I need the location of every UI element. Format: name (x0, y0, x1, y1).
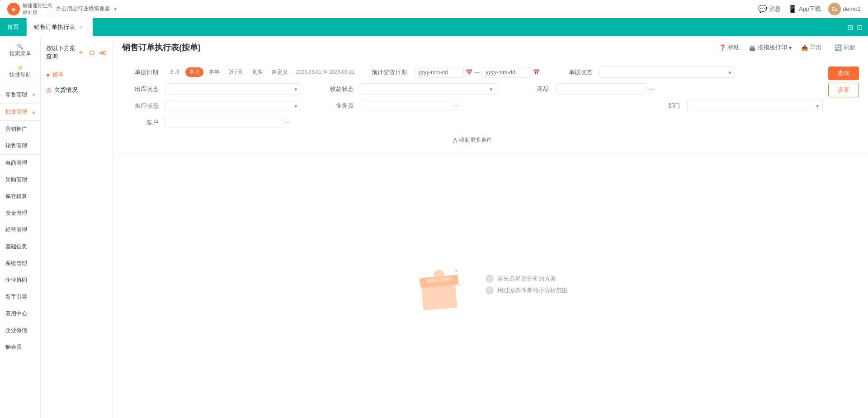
payment-status-select[interactable] (361, 83, 496, 95)
header-right: 💬 消息 📱 App下载 Ea demo2 (758, 3, 861, 15)
scheme-icon-shortage: ◎ (46, 86, 52, 94)
date-range-text: 2023-03-01 至 2023-03-31 (296, 69, 355, 76)
sidebar-item-newuser[interactable]: 新手引导 (0, 289, 40, 305)
sidebar-item-enterprise[interactable]: 企业协同 (0, 272, 40, 289)
sidebar-item-sales[interactable]: 销售管理 (0, 138, 40, 154)
collapse-icon: ⋀ (453, 137, 458, 143)
help-icon: ❓ (719, 44, 726, 51)
delivery-status-wrapper (165, 83, 301, 95)
print-icon: 🖨️ (749, 44, 756, 51)
sidebar-item-system[interactable]: 系统管理 (0, 255, 40, 272)
hint-1: 1 请先选择要分析的方案 (486, 275, 568, 283)
sidebar-item-appcenter[interactable]: 应用中心 (0, 305, 40, 322)
department-label: 部门 (644, 102, 680, 110)
svg-text:✦: ✦ (458, 283, 462, 287)
goods-input[interactable] (556, 83, 646, 95)
empty-state: ✦ ✦ ✦ 1 请先选择要分析的 (413, 259, 568, 314)
collapse-row: ⋀ 收起更多条件 (122, 133, 823, 147)
right-content: 销售订单执行表(按单) ❓ 帮助 🖨️ 按模板打印 ▾ 📤 (113, 36, 868, 418)
scheme-item-order[interactable]: ● 按单 (41, 67, 113, 82)
customer-input[interactable] (165, 117, 283, 128)
exec-status-label: 执行状态 (122, 102, 158, 110)
help-btn[interactable]: ❓ 帮助 (715, 42, 743, 53)
date-tab-custom[interactable]: 自定义 (268, 67, 292, 77)
status-select[interactable] (599, 66, 735, 78)
expected-date-to[interactable] (481, 67, 531, 78)
add-scheme-btn[interactable]: + (76, 48, 85, 57)
minimize-btn[interactable]: ⊟ (847, 23, 853, 32)
page-header-actions: ❓ 帮助 🖨️ 按模板打印 ▾ 📤 导出 � (715, 42, 859, 53)
query-btn[interactable]: 查询 (828, 66, 859, 80)
exec-status-select[interactable] (165, 100, 301, 111)
page-title: 销售订单执行表(按单) (122, 42, 201, 53)
goods-more-btn[interactable]: ··· (648, 85, 654, 93)
refresh-scheme-btn[interactable]: ⊙ (87, 48, 96, 57)
salesperson-more-btn[interactable]: ··· (453, 102, 459, 110)
sidebar-item-marketing[interactable]: 营销推广 (0, 121, 40, 138)
sidebar-section-marketing: 营销推广 销售管理 (0, 121, 40, 155)
refresh-btn[interactable]: 🔄 刷新 (831, 42, 859, 53)
collapse-more-btn[interactable]: ⋀ 收起更多条件 (453, 136, 492, 144)
user-area[interactable]: Ea demo2 (828, 3, 861, 15)
page-layout: 按以下方案查询 + ⊙ ≪ ● 按单 ◎ 欠货情况 (41, 36, 868, 418)
filter-row-4: 客户 ··· (122, 117, 823, 128)
sidebar-item-member[interactable]: 畅会员 (0, 339, 40, 356)
scheme-icon-order: ● (46, 71, 50, 78)
filter-main: 单据日期 上月 本月 本年 近7天 更多 自定义 (122, 66, 859, 147)
export-btn[interactable]: 📤 导出 (797, 42, 826, 53)
filter-row-3: 执行状态 业务员 ··· (122, 100, 823, 111)
sidebar-item-purchase[interactable]: 采购管理 (0, 171, 40, 188)
settings-btn[interactable]: 设置 (828, 83, 859, 97)
filter-area: 单据日期 上月 本月 本年 近7天 更多 自定义 (113, 59, 868, 154)
date-tab-last-month[interactable]: 上月 (165, 67, 184, 77)
maximize-btn[interactable]: ⊡ (857, 23, 863, 32)
tab-actions: ⊟ ⊡ (842, 18, 868, 36)
sidebar-section-retail: 零售管理 ▾ (0, 86, 40, 104)
date-tab-more[interactable]: 更多 (248, 67, 266, 77)
date-tab-this-month[interactable]: 本月 (185, 67, 203, 77)
collapse-panel-btn[interactable]: ≪ (98, 48, 107, 57)
sidebar-item-basic-info[interactable]: 基础信息 (0, 238, 40, 255)
delivery-status-select[interactable] (165, 83, 301, 95)
sidebar-item-wholesale[interactable]: 批发管理 ▴ (0, 104, 40, 120)
sidebar-item-finance[interactable]: 资金管理 (0, 205, 40, 222)
scheme-item-shortage[interactable]: ◎ 欠货情况 (41, 82, 113, 98)
date-tab-7days[interactable]: 近7天 (225, 67, 246, 77)
app-dropdown-btn[interactable]: ▾ (114, 6, 117, 12)
salesperson-input[interactable] (361, 100, 451, 111)
sidebar-item-retail[interactable]: 零售管理 ▾ (0, 86, 40, 103)
status-label: 单据状态 (556, 68, 592, 76)
date-tab-this-year[interactable]: 本年 (205, 67, 223, 77)
tab-bar: 首页 销售订单执行表 × ⊟ ⊡ (0, 18, 868, 36)
sidebar-search[interactable]: 🔍 搜索菜单 (0, 40, 40, 61)
sidebar-quick-nav[interactable]: ⚡ 快捷导航 (0, 61, 40, 82)
customer-wrapper: ··· (165, 117, 301, 128)
sidebar-item-inventory[interactable]: 库存核算 (0, 188, 40, 205)
customer-label: 客户 (122, 119, 158, 127)
sidebar: 🔍 搜索菜单 ⚡ 快捷导航 零售管理 ▾ 批发管理 ▴ 营销推广 (0, 36, 41, 418)
message-action[interactable]: 💬 消息 (758, 5, 781, 13)
logo-text: 畅捷通好生意 标准版 (23, 2, 52, 15)
customer-more-btn[interactable]: ··· (285, 119, 291, 127)
tab-close-btn[interactable]: × (78, 24, 85, 31)
sidebar-item-wechat[interactable]: 企业微信 (0, 322, 40, 339)
department-select[interactable] (687, 100, 823, 111)
sidebar-top: 🔍 搜索菜单 ⚡ 快捷导航 (0, 36, 40, 86)
sidebar-item-ecommerce[interactable]: 电商管理 (0, 155, 40, 171)
payment-status-label: 收款状态 (317, 85, 354, 93)
calendar-to-icon[interactable]: 📅 (533, 69, 540, 76)
sidebar-item-operations[interactable]: 经营管理 (0, 222, 40, 238)
tab-spacer (93, 18, 842, 36)
date-tabs: 上月 本月 本年 近7天 更多 自定义 (165, 67, 292, 77)
left-panel-title: 按以下方案查询 (46, 44, 76, 61)
tab-home[interactable]: 首页 (0, 18, 27, 36)
tab-active[interactable]: 销售订单执行表 × (27, 18, 93, 36)
app-download-action[interactable]: 📱 App下载 (788, 5, 821, 13)
print-btn[interactable]: 🖨️ 按模板打印 ▾ (749, 43, 792, 52)
exec-status-wrapper (165, 100, 301, 111)
expected-date-from[interactable] (414, 67, 464, 78)
message-icon: 💬 (758, 5, 767, 13)
main-layout: 🔍 搜索菜单 ⚡ 快捷导航 零售管理 ▾ 批发管理 ▴ 营销推广 (0, 36, 868, 418)
calendar-from-icon[interactable]: 📅 (466, 69, 472, 76)
page-header: 销售订单执行表(按单) ❓ 帮助 🖨️ 按模板打印 ▾ 📤 (113, 36, 868, 59)
